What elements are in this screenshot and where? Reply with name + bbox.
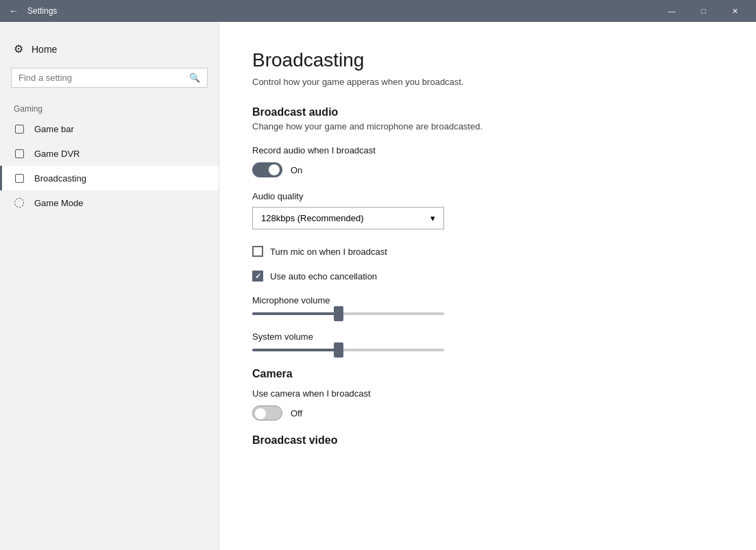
record-audio-toggle-thumb [269, 164, 280, 175]
camera-section-title: Camera [252, 368, 723, 380]
maximize-button[interactable]: □ [687, 0, 719, 22]
checkmark-icon: ✓ [255, 272, 261, 281]
system-volume-thumb[interactable] [334, 342, 343, 358]
broadcast-audio-section-subtitle: Change how your game and microphone are … [252, 121, 723, 132]
sidebar-item-game-dvr-label: Game DVR [34, 149, 80, 159]
record-audio-label: Record audio when I broadcast [252, 145, 723, 155]
dropdown-chevron-icon: ▾ [430, 213, 435, 223]
echo-cancel-checkbox[interactable]: ✓ [252, 271, 263, 282]
minimize-button[interactable]: — [656, 0, 687, 22]
use-camera-toggle-thumb [255, 408, 266, 419]
sidebar: ⚙ Home 🔍 Gaming Game bar Game DVR Broadc… [0, 22, 219, 550]
home-icon: ⚙ [14, 42, 23, 55]
sidebar-item-broadcasting[interactable]: Broadcasting [0, 166, 219, 190]
use-camera-toggle-row: Off [252, 405, 723, 421]
content-area: Broadcasting Control how your game apper… [219, 22, 756, 550]
use-camera-label: Use camera when I broadcast [252, 388, 723, 399]
close-button[interactable]: ✕ [719, 0, 751, 22]
record-audio-toggle[interactable] [252, 162, 282, 177]
system-volume-track[interactable] [252, 349, 444, 351]
system-volume-label: System volume [252, 332, 723, 342]
page-title: Broadcasting [252, 49, 723, 71]
sidebar-home[interactable]: ⚙ Home [0, 36, 219, 62]
mic-volume-track[interactable] [252, 312, 444, 315]
titlebar: ← Settings — □ ✕ [0, 0, 756, 22]
system-volume-container: System volume [252, 332, 723, 351]
mic-volume-fill [252, 312, 339, 315]
sidebar-item-broadcasting-label: Broadcasting [34, 173, 86, 184]
audio-quality-value: 128kbps (Recommended) [261, 213, 364, 223]
sidebar-section-label: Gaming [0, 99, 219, 116]
system-volume-fill [252, 349, 339, 351]
search-icon: 🔍 [189, 73, 200, 83]
use-camera-toggle[interactable] [252, 405, 282, 421]
page-subtitle: Control how your game apperas when you b… [252, 77, 723, 87]
mic-volume-thumb[interactable] [334, 306, 343, 321]
search-box: 🔍 [11, 68, 208, 88]
game-mode-icon [14, 197, 25, 208]
turn-mic-checkbox-row[interactable]: Turn mic on when I broadcast [252, 246, 723, 257]
record-audio-toggle-label: On [291, 165, 302, 175]
mic-volume-label: Microphone volume [252, 295, 723, 305]
game-dvr-icon [14, 148, 25, 159]
echo-cancel-checkbox-row[interactable]: ✓ Use auto echo cancellation [252, 271, 723, 282]
broadcast-video-section-title: Broadcast video [252, 434, 723, 447]
search-input[interactable] [19, 73, 184, 83]
sidebar-item-game-dvr[interactable]: Game DVR [0, 141, 219, 166]
broadcast-audio-section-title: Broadcast audio [252, 106, 723, 118]
home-label: Home [32, 44, 57, 55]
turn-mic-label: Turn mic on when I broadcast [270, 247, 387, 257]
sidebar-item-game-bar-label: Game bar [34, 124, 74, 134]
echo-cancel-label: Use auto echo cancellation [270, 271, 377, 282]
sidebar-item-game-bar[interactable]: Game bar [0, 116, 219, 141]
audio-quality-container: Audio quality 128kbps (Recommended) ▾ [252, 191, 723, 229]
back-button[interactable]: ← [5, 3, 22, 19]
mic-volume-container: Microphone volume [252, 295, 723, 315]
game-bar-icon [14, 123, 25, 134]
use-camera-toggle-label: Off [291, 408, 302, 418]
turn-mic-checkbox[interactable] [252, 246, 263, 257]
sidebar-item-game-mode-label: Game Mode [34, 198, 84, 208]
sidebar-item-game-mode[interactable]: Game Mode [0, 190, 219, 215]
broadcasting-icon [14, 173, 25, 184]
titlebar-title: Settings [27, 6, 650, 16]
app-container: ⚙ Home 🔍 Gaming Game bar Game DVR Broadc… [0, 22, 756, 550]
window-controls: — □ ✕ [656, 0, 751, 22]
audio-quality-label: Audio quality [252, 191, 723, 201]
record-audio-toggle-row: On [252, 162, 723, 177]
audio-quality-dropdown[interactable]: 128kbps (Recommended) ▾ [252, 207, 444, 229]
